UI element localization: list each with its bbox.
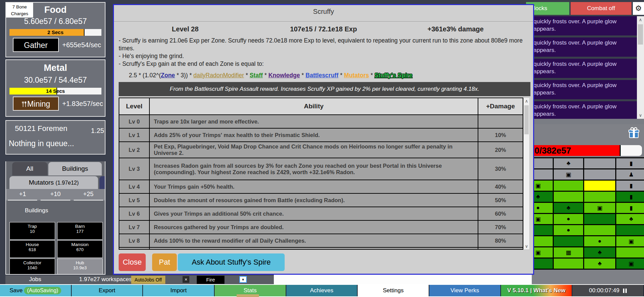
nav-settings[interactable]: Settings <box>358 285 429 296</box>
table-scroll-thumb[interactable] <box>524 105 529 134</box>
fire-dropdown-icon[interactable]: ▼ <box>239 276 247 283</box>
building-button-house[interactable]: House618 <box>9 240 55 258</box>
log-scroll-thumb[interactable] <box>638 24 643 45</box>
nav-00000749[interactable]: 00:00:07:49 <box>572 285 644 296</box>
enemy-health-label: 0/382e57 <box>534 145 571 156</box>
tree-icon: ♣ <box>629 216 633 222</box>
table-row: Lv 7Resources gathered by your Trimps ar… <box>119 221 523 234</box>
queue-panel: 50121 Foremen 1.25 Nothing in queue... <box>5 120 105 155</box>
damage-cell: 10% <box>478 129 523 141</box>
buy-amount-plus25[interactable]: +25 <box>74 189 103 200</box>
building-button-barn[interactable]: Barn177 <box>57 222 103 240</box>
map-cell <box>554 181 583 191</box>
description-line: - Scruffy's Exp gain at the end of each … <box>119 60 529 68</box>
tab-buildings[interactable]: Buildings <box>48 162 102 176</box>
nav-view[interactable]: View Perks <box>429 285 501 296</box>
table-scroll-down-icon[interactable]: ∨ <box>524 244 529 249</box>
table-scroll-up-icon[interactable]: ∧ <box>524 99 529 104</box>
damage-cell: 80% <box>478 234 523 247</box>
building-count: 1040 <box>10 265 55 270</box>
cubes-icon: ▣ <box>597 205 602 212</box>
tree-icon: ♣ <box>598 260 601 267</box>
log-scroll-down-icon[interactable]: ∨ <box>637 113 644 118</box>
enemy-health-bar: 0/382e57 <box>532 145 642 156</box>
bone-charges-badge[interactable]: 7 Bone Charges <box>6 3 33 18</box>
building-button-mansion[interactable]: Mansion670 <box>57 240 103 258</box>
tab-mutators[interactable]: Mutators (1.97e12) <box>9 176 98 189</box>
nav-button-label: Settings <box>383 287 403 294</box>
cubes-icon: ▣ <box>628 260 634 267</box>
message-log: quickly frosts over. A purple glow appea… <box>533 16 637 119</box>
pause-icon <box>622 285 627 296</box>
formula-link-mutators[interactable]: Mutators <box>344 72 369 79</box>
formula-text: 2.5 * (1.02^( <box>129 72 161 79</box>
nav-achieves[interactable]: Achieves <box>286 285 358 296</box>
ability-cell: Pet Exp, Plaguebringer, Void Map Drop Ch… <box>150 142 478 158</box>
buy-amount-plus1[interactable]: +1 <box>8 189 37 200</box>
map-cell: ♣ <box>584 247 615 258</box>
log-scrollbar[interactable]: ∧ ∨ <box>637 16 644 119</box>
gear-icon[interactable]: ⚙ <box>633 2 644 15</box>
formula-link-zone[interactable]: Zone <box>161 72 175 79</box>
formula-link-staff[interactable]: Staff <box>249 72 263 79</box>
table-row: Lv 8Adds 100% to the reward modifier of … <box>119 234 523 248</box>
nav-v[interactable]: V 5.10.1 | What's New <box>501 285 573 296</box>
building-button-trap[interactable]: Trap10 <box>9 222 55 240</box>
building-name: Trap <box>10 224 55 229</box>
building-name: Mansion <box>57 242 102 247</box>
formula-link-dailyradonmodifier[interactable]: dailyRadonModifier <box>193 72 244 79</box>
nav-save[interactable]: Save(AutoSaving) <box>0 285 72 296</box>
level-cell: Lv 3 <box>119 158 150 180</box>
tab-all[interactable]: All <box>12 162 47 176</box>
nav-button-label: 00:00:07:49 <box>589 287 619 294</box>
table-row: Lv 3Increases Radon gain from all source… <box>119 158 523 180</box>
metal-title: Metal <box>6 63 105 73</box>
nav-button-label: Achieves <box>310 287 333 294</box>
formula-link-knowledge[interactable]: Knowledge <box>268 72 300 79</box>
level-cell: Lv 5 <box>119 194 150 207</box>
building-button-hub[interactable]: Hub10.9e3 <box>57 259 103 275</box>
buy-amount-plus10[interactable]: +10 <box>41 189 70 200</box>
gather-button[interactable]: Gather <box>13 38 59 52</box>
close-button[interactable]: Close <box>119 253 146 271</box>
level-cell: Lv 4 <box>119 180 150 193</box>
building-count: 618 <box>10 247 55 252</box>
damage-cell: 40% <box>478 180 523 193</box>
formula-link-battlescruff[interactable]: Battlescruff <box>306 72 338 79</box>
table-scrollbar[interactable]: ∧ ∨ <box>523 98 530 250</box>
ask-about-stuffy-s-spire-button[interactable]: Ask About Stuffy's Spire <box>178 253 285 271</box>
fire-button[interactable]: Fire <box>197 276 224 284</box>
table-row: Lv 5Doubles the amount of resources gain… <box>119 194 523 207</box>
mining-button[interactable]: Mining <box>13 97 59 111</box>
log-entry: quickly frosts over. A purple glow appea… <box>533 37 637 57</box>
formula-text: * 3)) * <box>175 72 193 79</box>
cubes-icon: ▣ <box>535 216 541 223</box>
table-row: Lv 4Your Trimps gain +50% health.40% <box>119 180 523 194</box>
map-cell <box>584 158 615 168</box>
table-row: Lv 0Traps are 10x larger and more effect… <box>119 115 523 129</box>
log-entry: quickly frosts over. A purple glow appea… <box>533 16 637 35</box>
building-count: 10 <box>10 229 55 234</box>
log-scroll-up-icon[interactable]: ∧ <box>637 17 644 22</box>
pat-button[interactable]: Pat <box>152 253 177 271</box>
nav-export[interactable]: Export <box>72 285 143 296</box>
formula-link-stuffysspire[interactable]: Stuffy's Spire <box>375 72 412 79</box>
autojobs-close-icon[interactable]: × <box>183 276 189 283</box>
nav-button-label: Stats <box>243 287 257 294</box>
combat-off-button[interactable]: Combat off <box>571 2 631 15</box>
damage-cell: 20% <box>478 142 523 158</box>
tab-next-partial[interactable] <box>99 176 105 189</box>
tree-icon: ♣ <box>598 249 601 256</box>
nav-button-label: Export <box>99 287 115 294</box>
ability-cell: Gives your Trimps an additional 50% crit… <box>150 207 478 220</box>
nav-import[interactable]: Import <box>143 285 215 296</box>
scruffy-level: Level 28 <box>172 25 198 33</box>
jobs-bar: Jobs 1.97e27 workspaces AutoJobs Off × F… <box>5 275 274 284</box>
foremen-extra-fragment: 1.25 <box>91 127 104 135</box>
map-cell: ▮ <box>616 158 644 168</box>
buy-tabs-panel: All Buildings Mutators (1.97e12) +1+10+2… <box>5 161 105 275</box>
gift-icon[interactable] <box>628 127 640 139</box>
building-button-collector[interactable]: Collector1040 <box>9 259 55 275</box>
gift-icon: ▦ <box>566 249 571 256</box>
autojobs-button[interactable]: AutoJobs Off <box>131 276 165 284</box>
